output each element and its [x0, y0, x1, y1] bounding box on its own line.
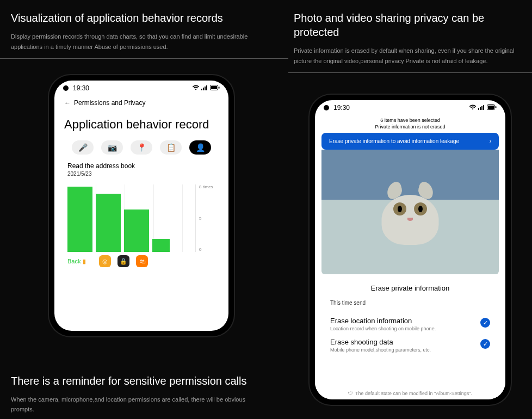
svg-rect-0 — [201, 89, 202, 90]
app-icon-4: 🛍 — [136, 255, 148, 267]
sheet-subtitle: This time send — [328, 300, 492, 306]
clipboard-icon: 📋 — [166, 143, 176, 152]
section-desc: Private information is erased by default… — [294, 46, 527, 66]
erase-shooting-row[interactable]: Erase shooting data Mobile phone model,s… — [328, 335, 492, 356]
status-bar: 19:30 — [54, 81, 228, 96]
privacy-sharing-section: Photo and video sharing privacy can be p… — [294, 11, 527, 70]
arrow-left-icon: ← — [64, 99, 71, 107]
phone-mockup-left: 19:30 ← — [49, 75, 234, 336]
tab-location[interactable]: 📍 — [131, 140, 152, 155]
checkmark-icon: ✓ — [480, 339, 490, 349]
photo-preview — [321, 150, 499, 274]
svg-rect-10 — [483, 105, 484, 110]
chart-legend: Back▮ ◎ 🔒 🛍 — [54, 252, 228, 267]
section-title: Visualization of application behavior re… — [11, 11, 272, 25]
bar-1 — [67, 187, 92, 252]
banner-text: Erase private information to avoid infor… — [329, 138, 459, 144]
section-desc: Display permission records through data … — [11, 32, 261, 52]
contacts-icon: 👤 — [196, 143, 205, 152]
battery-icon — [487, 104, 497, 111]
row-desc: Location record when shooting on mobile … — [330, 326, 436, 331]
erase-status: Private information is not erased — [315, 124, 505, 130]
sheet-title: Erase private information — [328, 284, 492, 292]
tab-camera[interactable]: 📷 — [101, 140, 123, 155]
battery-icon — [210, 85, 220, 91]
status-bar: 19:30 — [315, 100, 505, 115]
camera-hole-icon — [324, 105, 329, 110]
y-bot: 0 — [199, 247, 201, 252]
page-title: Application behavior record — [54, 110, 228, 137]
erase-location-row[interactable]: Erase location information Location reco… — [328, 313, 492, 335]
checkmark-icon: ✓ — [480, 318, 490, 328]
y-axis: 8 times 5 0 — [196, 184, 219, 252]
legend-back: Back▮ — [67, 258, 92, 265]
selected-count: 6 items have been selected — [315, 118, 505, 123]
tab-contacts[interactable]: 👤 — [189, 140, 211, 155]
section-desc: When the camera, microphone,and location… — [11, 395, 261, 415]
chart-title: Read the address book — [54, 162, 228, 170]
svg-rect-7 — [478, 108, 479, 110]
row-desc: Mobile phone model,shooting parameters, … — [330, 347, 431, 353]
svg-rect-13 — [496, 106, 497, 108]
section-title: Photo and video sharing privacy can be p… — [294, 11, 527, 39]
signal-icon — [478, 104, 485, 111]
y-mid: 5 — [199, 216, 201, 221]
bar-4 — [152, 239, 170, 252]
app-icon-2: ◎ — [99, 255, 111, 267]
clock: 19:30 — [333, 104, 350, 112]
chevron-right-icon: › — [490, 138, 491, 144]
mic-icon: 🎤 — [78, 143, 88, 152]
back-nav[interactable]: ← Permissions and Privacy — [54, 96, 228, 110]
row-title: Erase shooting data — [330, 338, 431, 346]
section-title: There is a reminder for sensitive permis… — [11, 374, 272, 388]
category-tabs: 🎤 📷 📍 📋 👤 — [54, 137, 228, 162]
share-sheet: Erase private information This time send… — [315, 274, 505, 399]
row-title: Erase location information — [330, 317, 436, 325]
chart-date: 2021/5/23 — [54, 170, 228, 181]
behavior-records-section: Visualization of application behavior re… — [11, 11, 272, 56]
clock: 19:30 — [73, 84, 89, 92]
camera-icon: 📷 — [108, 143, 117, 152]
svg-rect-6 — [219, 87, 220, 89]
location-icon: 📍 — [137, 143, 146, 152]
wifi-icon — [469, 104, 476, 111]
shield-icon: 🛡 — [348, 391, 353, 396]
share-header: 6 items have been selected Private infor… — [315, 115, 505, 130]
camera-hole-icon — [63, 85, 69, 91]
privacy-banner[interactable]: Erase private information to avoid infor… — [321, 133, 499, 150]
y-top: 8 times — [199, 184, 213, 189]
reminder-section: There is a reminder for sensitive permis… — [11, 374, 272, 419]
cat-image — [380, 180, 440, 245]
svg-rect-2 — [205, 87, 206, 90]
svg-rect-3 — [206, 85, 207, 90]
bar-2 — [96, 194, 121, 252]
signal-icon — [201, 85, 208, 91]
svg-rect-5 — [211, 86, 217, 89]
wifi-icon — [193, 85, 199, 91]
tab-mic[interactable]: 🎤 — [72, 140, 94, 155]
svg-rect-1 — [203, 88, 204, 90]
app-icon-3: 🔒 — [117, 255, 129, 267]
svg-rect-9 — [481, 106, 482, 110]
tab-clipboard[interactable]: 📋 — [160, 140, 182, 155]
bar-3 — [124, 210, 149, 252]
breadcrumb: Permissions and Privacy — [74, 99, 145, 107]
bar-chart: 8 times 5 0 — [54, 181, 228, 252]
svg-rect-8 — [480, 107, 481, 110]
settings-hint: 🛡 The default state can be modified in "… — [328, 385, 492, 399]
phone-mockup-right: 19:30 6 items h — [310, 95, 511, 405]
svg-rect-12 — [488, 106, 494, 109]
